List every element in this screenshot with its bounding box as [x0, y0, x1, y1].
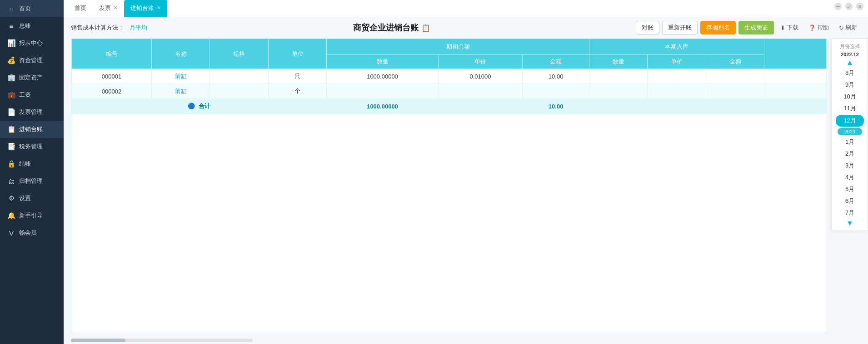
sidebar-item-purchase-sales[interactable]: 📋 进销台账	[0, 121, 64, 138]
table-wrapper: 编号 名称 规格 单位 期初余额 本期入库 数量 单价 金额 数量	[71, 38, 827, 333]
member-icon: V	[7, 229, 15, 237]
cell-code: 000001	[72, 69, 152, 84]
total-row: 🔵 合计 1000.00000 10.00	[72, 99, 827, 114]
sidebar-item-label: 固定资产	[19, 74, 43, 82]
minimize-button[interactable]: ─	[834, 3, 842, 10]
data-table: 编号 名称 规格 单位 期初余额 本期入库 数量 单价 金额 数量	[71, 39, 827, 114]
sidebar-item-home[interactable]: ⌂ 首页	[0, 0, 64, 17]
sidebar-item-label: 总账	[19, 22, 31, 30]
month-item-10[interactable]: 10月	[832, 91, 868, 103]
cost-method-value: 月平均	[130, 24, 147, 32]
maximize-button[interactable]: ⤢	[845, 3, 853, 10]
sidebar-item-funds[interactable]: 💰 资金管理	[0, 52, 64, 69]
sidebar-item-ledger[interactable]: ≡ 总账	[0, 17, 64, 34]
generate-button[interactable]: 生成凭证	[738, 21, 774, 34]
sidebar-item-label: 税务管理	[19, 143, 43, 151]
month-item-6[interactable]: 6月	[832, 195, 868, 207]
th-extra	[764, 39, 827, 69]
cell-name: 前缸	[152, 84, 210, 99]
sidebar-item-label: 发票管理	[19, 108, 43, 116]
table-month-container: 编号 名称 规格 单位 期初余额 本期入库 数量 单价 金额 数量	[64, 38, 868, 337]
month-item-11[interactable]: 11月	[832, 103, 868, 114]
name-link[interactable]: 前缸	[175, 73, 187, 79]
month-item-1[interactable]: 1月	[832, 136, 868, 148]
month-item-9[interactable]: 9月	[832, 79, 868, 91]
help-button[interactable]: ❓ 帮助	[805, 21, 833, 34]
sidebar-item-member[interactable]: V 畅会员	[0, 224, 64, 241]
home-icon: ⌂	[7, 5, 15, 13]
th-opening-balance: 期初余额	[327, 39, 589, 55]
assets-icon: 🏢	[7, 74, 15, 82]
bottom-scrollbar[interactable]	[64, 337, 868, 344]
close-button[interactable]: ✕	[856, 3, 863, 10]
cell-extra	[764, 69, 827, 84]
sidebar-item-label: 报表中心	[19, 39, 43, 47]
invoice-mgmt-icon: 📄	[7, 108, 15, 116]
save-as-button[interactable]: 存搁别名	[700, 21, 736, 34]
tab-purchase-sales-label: 进销台账	[130, 4, 154, 12]
cell-unit: 只	[268, 69, 326, 84]
total-icon: 🔵	[188, 103, 195, 109]
th-unit: 单位	[268, 39, 326, 69]
sidebar-item-assets[interactable]: 🏢 固定资产	[0, 69, 64, 86]
cell-extra	[764, 84, 827, 99]
month-item-2[interactable]: 2月	[832, 148, 868, 160]
sidebar: ⌂ 首页 ≡ 总账 📊 报表中心 💰 资金管理 🏢 固定资产 💼 工资 📄 发票…	[0, 0, 64, 344]
month-item-3[interactable]: 3月	[832, 160, 868, 172]
tab-invoice-close[interactable]: ✕	[114, 5, 118, 11]
sidebar-item-tax[interactable]: 📑 税务管理	[0, 138, 64, 155]
month-item-7[interactable]: 7月	[832, 207, 868, 219]
cell-open-price: 0.01000	[438, 69, 523, 84]
cost-method-label: 销售成本计算方法：	[71, 24, 124, 32]
cell-in-amount	[706, 84, 764, 99]
month-item-5[interactable]: 5月	[832, 183, 868, 195]
cell-in-amount	[706, 69, 764, 84]
scrollbar-track[interactable]	[71, 339, 253, 342]
th-spec: 规格	[210, 39, 268, 69]
guide-icon: 🔔	[7, 211, 15, 220]
month-item-4[interactable]: 4月	[832, 172, 868, 183]
sidebar-item-archive[interactable]: 🗂 归档管理	[0, 172, 64, 190]
tab-purchase-sales-close[interactable]: ✕	[157, 5, 161, 11]
cell-in-price	[648, 84, 706, 99]
total-in-qty	[589, 99, 647, 114]
month-item-12[interactable]: 12月	[836, 115, 864, 127]
cell-open-price	[438, 84, 523, 99]
sidebar-item-invoice-mgmt[interactable]: 📄 发票管理	[0, 103, 64, 121]
content-area: 销售成本计算方法： 月平均 商贸企业进销台账 📋 对账 重新开账 存搁别名 生成…	[64, 17, 868, 344]
month-scroll-down[interactable]: ▼	[846, 219, 853, 228]
sidebar-item-label: 畅会员	[19, 229, 37, 237]
name-link[interactable]: 前缸	[175, 88, 187, 94]
month-item-8[interactable]: 8月	[832, 67, 868, 79]
sidebar-item-reports[interactable]: 📊 报表中心	[0, 34, 64, 52]
sidebar-item-settings[interactable]: ⚙ 设置	[0, 190, 64, 207]
month-scroll-up[interactable]: ▲	[846, 58, 853, 67]
sidebar-item-label: 首页	[19, 5, 31, 13]
sidebar-item-salary[interactable]: 💼 工资	[0, 86, 64, 103]
help-icon: ❓	[808, 25, 816, 31]
sidebar-item-closing[interactable]: 🔒 结账	[0, 155, 64, 172]
total-label-cell: 🔵 合计	[72, 99, 327, 114]
funds-icon: 💰	[7, 56, 15, 64]
window-controls: ─ ⤢ ✕	[834, 3, 863, 10]
th-in-qty: 数量	[589, 55, 647, 69]
sidebar-item-guide[interactable]: 🔔 新手引导	[0, 207, 64, 224]
th-in-price: 单价	[648, 55, 706, 69]
download-icon: ⬇	[780, 25, 785, 31]
match-button[interactable]: 对账	[636, 21, 659, 34]
tab-purchase-sales[interactable]: 进销台账 ✕	[124, 0, 167, 17]
total-open-qty: 1000.00000	[327, 99, 438, 114]
purchase-sales-icon: 📋	[7, 125, 15, 133]
refresh-icon: ↻	[839, 25, 844, 31]
cell-open-qty: 1000.00000	[327, 69, 438, 84]
main-area: ─ ⤢ ✕ 首页 发票 ✕ 进销台账 ✕ 销售成本计算方法： 月平均 商贸企业进…	[64, 0, 868, 344]
refresh-button[interactable]: ↻ 刷新	[835, 21, 861, 34]
reopen-button[interactable]: 重新开账	[662, 21, 698, 34]
page-title-icon: 📋	[421, 24, 430, 32]
cell-in-price	[648, 69, 706, 84]
download-button[interactable]: ⬇ 下载	[777, 21, 802, 34]
scrollbar-thumb[interactable]	[71, 339, 125, 342]
tab-invoice[interactable]: 发票 ✕	[93, 0, 124, 17]
th-name: 名称	[152, 39, 210, 69]
tab-home[interactable]: 首页	[68, 0, 93, 17]
